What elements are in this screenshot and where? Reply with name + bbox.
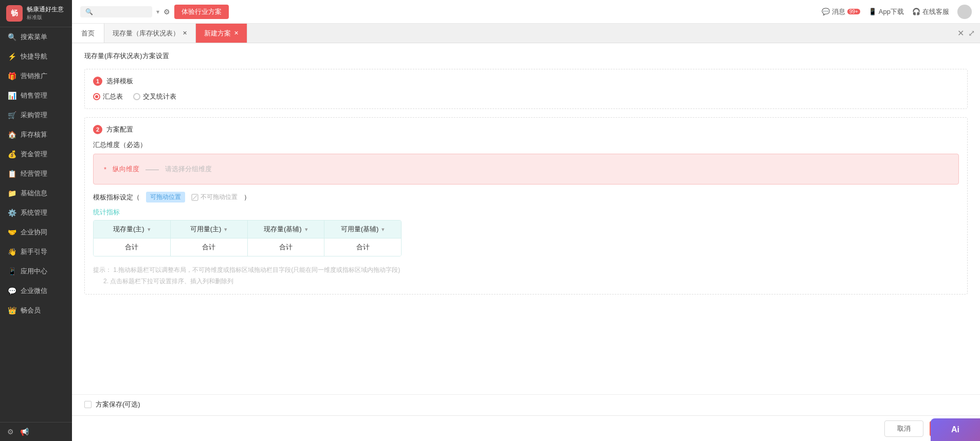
tip-header: 提示： 1.拖动标题栏可以调整布局，不可跨维度或指标区域拖动栏目字段(只能在同一… <box>93 265 959 276</box>
settings-icon[interactable]: ⚙ <box>7 428 14 436</box>
page-content: 现存量(库存状况表)方案设置 1 选择模板 汇总表 交叉统计表 <box>72 43 980 441</box>
online-service-wrap[interactable]: 🎧 在线客服 <box>912 7 949 16</box>
sidebar-item-label: 企业微信 <box>21 286 47 296</box>
chat-icon: 💬 <box>7 287 16 295</box>
speaker-icon[interactable]: 📢 <box>20 428 29 436</box>
clipboard-icon: 📋 <box>7 170 16 178</box>
topbar-gear-icon[interactable]: ⚙ <box>164 8 170 16</box>
cart-icon: 🛒 <box>7 111 16 119</box>
dropdown-arrow-icon[interactable]: ▾ <box>156 8 159 15</box>
chevron-down-icon-3: ▾ <box>382 226 385 233</box>
ai-label: Ai <box>951 425 959 434</box>
dim-placeholder[interactable]: 请选择分组维度 <box>165 164 212 174</box>
stats-col-header-1[interactable]: 可用量(主) ▾ <box>171 220 247 238</box>
stats-col-cell-1: 合计 <box>171 238 247 256</box>
topbar-search-box[interactable]: 🔍 <box>80 6 152 17</box>
badge-not-draggable: 不可拖动位置 <box>191 193 238 201</box>
bottom-bar: 取消 查询 <box>72 415 980 441</box>
save-checkbox[interactable] <box>84 401 92 408</box>
app-download-wrap[interactable]: 📱 App下载 <box>868 7 904 16</box>
sidebar-item-app-center[interactable]: 📱 应用中心 <box>0 262 72 281</box>
sidebar-item-label: 营销推广 <box>21 71 47 81</box>
save-label: 方案保存(可选) <box>96 400 140 409</box>
sidebar-item-sales[interactable]: 📊 销售管理 <box>0 86 72 105</box>
sidebar-item-marketing[interactable]: 🎁 营销推广 <box>0 66 72 86</box>
message-icon: 💬 <box>822 8 830 15</box>
message-badge-wrap[interactable]: 💬 消息 99+ <box>822 7 860 16</box>
online-service-label: 在线客服 <box>922 7 949 16</box>
sidebar-item-weixin[interactable]: 💬 企业微信 <box>0 281 72 301</box>
cancel-button[interactable]: 取消 <box>884 420 923 437</box>
section2-header: 2 方案配置 <box>93 125 959 134</box>
sidebar-item-purchase[interactable]: 🛒 采购管理 <box>0 105 72 125</box>
sidebar-item-label: 经营管理 <box>21 169 47 178</box>
sidebar-item-operations[interactable]: 📋 经营管理 <box>0 164 72 183</box>
trial-button[interactable]: 体验行业方案 <box>174 5 229 19</box>
indicator-label-text: 模板指标设定（ <box>93 193 140 202</box>
search-icon: 🔍 <box>7 33 16 41</box>
stats-col-header-2[interactable]: 现存量(基辅) ▾ <box>248 220 324 238</box>
page-inner: 现存量(库存状况表)方案设置 1 选择模板 汇总表 交叉统计表 <box>72 43 980 441</box>
radio-cross[interactable]: 交叉统计表 <box>133 92 176 101</box>
sidebar-item-finance[interactable]: 💰 资金管理 <box>0 144 72 164</box>
ai-float-button[interactable]: Ai <box>931 418 980 441</box>
radio-cross-circle <box>133 93 140 100</box>
save-row: 方案保存(可选) <box>72 394 980 414</box>
tab-inventory-label: 现存量（库存状况表） <box>113 29 179 38</box>
sidebar-item-system[interactable]: ⚙️ 系统管理 <box>0 203 72 223</box>
sidebar-item-guide[interactable]: 👋 新手引导 <box>0 242 72 262</box>
page-title: 现存量(库存状况表)方案设置 <box>84 51 968 61</box>
section2-num: 2 <box>93 125 102 134</box>
gear-icon: ⚙️ <box>7 209 16 217</box>
tab-new-scheme-label: 新建方案 <box>204 29 231 38</box>
sidebar-item-label: 搜索菜单 <box>21 32 47 42</box>
chart-icon: 📊 <box>7 91 16 100</box>
radio-summary-label: 汇总表 <box>103 92 123 101</box>
avatar[interactable] <box>957 5 972 19</box>
stats-col-header-3[interactable]: 可用量(基辅) ▾ <box>324 220 401 238</box>
section1-num: 1 <box>93 77 102 86</box>
tab-inventory[interactable]: 现存量（库存状况表） ✕ <box>104 24 196 43</box>
stats-section-label: 统计指标 <box>93 208 959 217</box>
stats-col-header-0[interactable]: 现存量(主) ▾ <box>94 220 170 238</box>
mobile-icon: 📱 <box>7 267 16 275</box>
radio-summary[interactable]: 汇总表 <box>93 92 123 101</box>
sidebar-item-inventory[interactable]: 🏠 库存核算 <box>0 125 72 144</box>
sidebar-item-enterprise[interactable]: 🤝 企业协同 <box>0 223 72 242</box>
tab-close-icon[interactable]: ✕ <box>183 30 187 36</box>
app-logo-icon: 畅 <box>6 5 23 22</box>
tabbar: 首页 现存量（库存状况表） ✕ 新建方案 ✕ ✕ ⤢ <box>72 24 980 43</box>
stats-col-name-1: 可用量(主) <box>190 225 222 234</box>
message-count-badge: 99+ <box>847 9 860 14</box>
sidebar-item-label: 库存核算 <box>21 130 47 139</box>
app-edition: 标准版 <box>27 14 64 21</box>
sidebar-item-quicknav[interactable]: ⚡ 快捷导航 <box>0 47 72 66</box>
expand-icon[interactable]: ⤢ <box>968 28 975 38</box>
sidebar-item-label: 企业协同 <box>21 228 47 237</box>
tab-close-active-icon[interactable]: ✕ <box>234 30 239 36</box>
stats-col-name-3: 可用量(基辅) <box>341 225 379 234</box>
home-icon: 🏠 <box>7 131 16 139</box>
chevron-down-icon-2: ▾ <box>305 226 308 233</box>
stats-table-header: 现存量(主) ▾ 合计 可用量(主) ▾ 合计 <box>94 220 401 256</box>
sidebar-item-member[interactable]: 👑 畅会员 <box>0 301 72 320</box>
sidebar-item-label: 快捷导航 <box>21 52 47 61</box>
sidebar-item-search[interactable]: 🔍 搜索菜单 <box>0 27 72 47</box>
app-name: 畅康通好生意 <box>27 6 64 14</box>
lightning-icon: ⚡ <box>7 52 16 61</box>
section1-header: 1 选择模板 <box>93 77 959 86</box>
dim-required-mark: * <box>104 166 106 173</box>
stats-col-name-0: 现存量(主) <box>113 225 144 234</box>
stats-col-3: 可用量(基辅) ▾ 合计 <box>324 220 401 256</box>
sidebar-item-label: 采购管理 <box>21 111 47 120</box>
sidebar-nav: 🔍 搜索菜单 ⚡ 快捷导航 🎁 营销推广 📊 销售管理 🛒 采购管理 🏠 库存核… <box>0 27 72 422</box>
stats-col-2: 现存量(基辅) ▾ 合计 <box>248 220 325 256</box>
folder-icon: 📁 <box>7 189 16 197</box>
sidebar-item-basic-info[interactable]: 📁 基础信息 <box>0 183 72 203</box>
template-radio-group: 汇总表 交叉统计表 <box>93 92 959 101</box>
tab-new-scheme[interactable]: 新建方案 ✕ <box>196 24 247 43</box>
search-icon: 🔍 <box>85 8 93 15</box>
minimize-icon[interactable]: ✕ <box>957 28 964 38</box>
tab-home[interactable]: 首页 <box>72 24 104 43</box>
tabbar-controls: ✕ ⤢ <box>957 28 980 38</box>
